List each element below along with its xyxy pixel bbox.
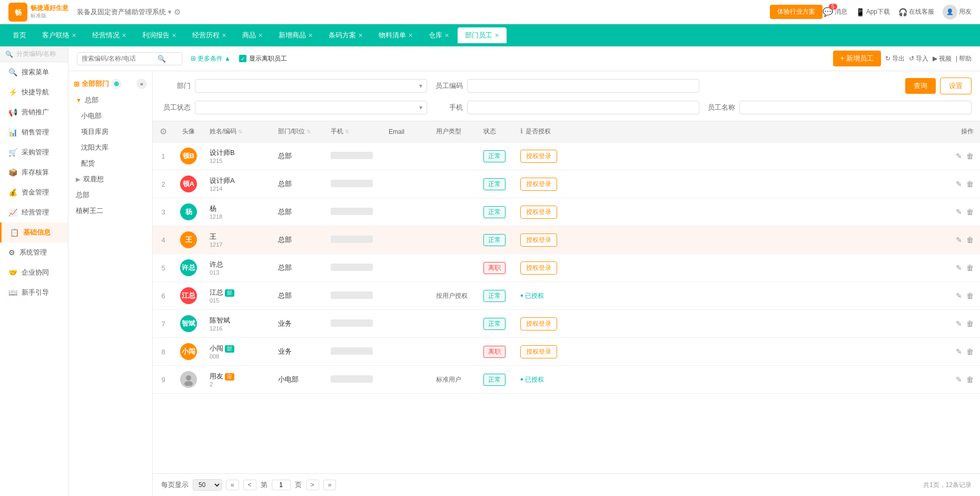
- sidebar-item-finance[interactable]: 💰 资金管理: [0, 182, 68, 202]
- dept-item-zhushu[interactable]: 植树王二: [68, 203, 152, 219]
- dept-item-xbd[interactable]: 小电部: [68, 108, 152, 124]
- tab-customer[interactable]: 客户联络 ✕: [35, 27, 84, 43]
- tab-dept-employee[interactable]: 部门员工 ✕: [458, 27, 507, 43]
- app-download-btn[interactable]: 📱 App下载: [856, 7, 890, 16]
- tab-history[interactable]: 经营历程 ✕: [185, 27, 234, 43]
- tab-bom[interactable]: 物料清单 ✕: [371, 27, 420, 43]
- auth-btn[interactable]: 授权登录: [520, 206, 557, 219]
- messages-btn[interactable]: 💬 5 消息: [823, 7, 847, 17]
- query-btn[interactable]: 查询: [905, 78, 936, 94]
- tab-home[interactable]: 首页: [5, 27, 34, 43]
- page-size-select[interactable]: 50 20 100: [193, 479, 222, 491]
- all-dept-label[interactable]: 全部部门: [82, 79, 109, 89]
- edit-icon[interactable]: ✎: [956, 319, 962, 328]
- tab-operation[interactable]: 经营情况 ✕: [85, 27, 134, 43]
- edit-icon[interactable]: ✎: [956, 264, 962, 272]
- tab-goods-close[interactable]: ✕: [258, 32, 263, 39]
- tab-profit[interactable]: 利润报告 ✕: [135, 27, 184, 43]
- search-icon[interactable]: 🔍: [157, 55, 166, 63]
- edit-icon[interactable]: ✎: [956, 347, 962, 356]
- sidebar-item-guide[interactable]: 📖 新手引导: [0, 283, 68, 303]
- dept-tree-header[interactable]: ⊞ 全部部门 ⊕ «: [68, 75, 152, 92]
- auth-btn[interactable]: 授权登录: [520, 234, 557, 247]
- sidebar-item-marketing[interactable]: 📢 营销推广: [0, 102, 68, 122]
- more-filter-btn[interactable]: ⊞ 更多条件 ▲: [186, 52, 235, 65]
- auth-btn[interactable]: 授权登录: [520, 178, 557, 191]
- sidebar-item-basicinfo[interactable]: 📋 基础信息: [0, 222, 68, 242]
- auth-btn[interactable]: 授权登录: [520, 317, 557, 330]
- dept-item-shenyang[interactable]: 沈阳大库: [68, 140, 152, 155]
- edit-icon[interactable]: ✎: [956, 208, 962, 216]
- settings-icon[interactable]: ⚙: [160, 127, 167, 136]
- th-phone-sort[interactable]: 手机 ⇅: [331, 127, 376, 136]
- last-page-btn[interactable]: »: [323, 480, 336, 490]
- add-employee-btn[interactable]: + 新增员工: [833, 51, 881, 66]
- sidebar-item-search[interactable]: 🔍 搜索菜单: [0, 62, 68, 82]
- delete-icon[interactable]: 🗑: [966, 291, 974, 300]
- th-dept-sort[interactable]: 部门/职位 ⇅: [278, 127, 318, 136]
- dept-item-shuanglu[interactable]: ▶ 双鹿想: [68, 171, 152, 187]
- auth-btn[interactable]: 授权登录: [520, 150, 557, 163]
- system-dropdown-icon[interactable]: ▾: [168, 8, 172, 16]
- tab-add-goods-close[interactable]: ✕: [308, 32, 313, 39]
- delete-icon[interactable]: 🗑: [966, 375, 974, 384]
- delete-icon[interactable]: 🗑: [966, 152, 974, 160]
- dept-item-delivery[interactable]: 配货: [68, 155, 152, 171]
- delete-icon[interactable]: 🗑: [966, 180, 974, 188]
- delete-icon[interactable]: 🗑: [966, 264, 974, 272]
- prev-page-btn[interactable]: <: [243, 480, 256, 490]
- export-btn[interactable]: ↻ 导出: [885, 54, 905, 63]
- tab-goods[interactable]: 商品 ✕: [235, 27, 270, 43]
- user-btn[interactable]: 👤 用友: [943, 5, 972, 20]
- dept-item-head[interactable]: ▼ 总部: [68, 92, 152, 108]
- tab-barcode-close[interactable]: ✕: [358, 32, 363, 39]
- edit-icon[interactable]: ✎: [956, 236, 962, 244]
- next-page-btn[interactable]: >: [306, 480, 319, 490]
- online-service-btn[interactable]: 🎧 在线客服: [898, 7, 934, 16]
- tab-add-goods[interactable]: 新增商品 ✕: [271, 27, 320, 43]
- sidebar-item-sysmanage[interactable]: ⚙ 系统管理: [0, 242, 68, 262]
- tab-history-close[interactable]: ✕: [222, 32, 226, 39]
- info-icon[interactable]: ℹ: [520, 127, 523, 135]
- delete-icon[interactable]: 🗑: [966, 208, 974, 216]
- th-name-sort[interactable]: 姓名/编码 ⇅: [210, 127, 265, 136]
- show-resigned-checkbox[interactable]: ✓: [239, 55, 246, 62]
- auth-btn[interactable]: 授权登录: [520, 345, 557, 358]
- tab-operation-close[interactable]: ✕: [122, 32, 126, 39]
- filter-empname-input[interactable]: [739, 101, 972, 114]
- filter-status-select[interactable]: ▾: [195, 101, 427, 114]
- sidebar-item-purchase[interactable]: 🛒 采购管理: [0, 142, 68, 162]
- delete-icon[interactable]: 🗑: [966, 236, 974, 244]
- edit-icon[interactable]: ✎: [956, 375, 962, 384]
- filter-phone-input[interactable]: [467, 101, 699, 114]
- page-input[interactable]: [272, 480, 291, 490]
- set-btn[interactable]: 设置: [940, 77, 972, 94]
- help-btn[interactable]: | 帮助: [956, 54, 972, 63]
- sidebar-item-bizmanage[interactable]: 📈 经营管理: [0, 202, 68, 222]
- sidebar-item-collab[interactable]: 🤝 企业协同: [0, 262, 68, 283]
- trial-btn[interactable]: 体验行业方案: [770, 5, 823, 19]
- dept-item-head2[interactable]: 总部: [68, 187, 152, 203]
- tab-dept-close[interactable]: ✕: [494, 32, 499, 39]
- tab-warehouse[interactable]: 仓库 ✕: [421, 27, 457, 43]
- tab-bom-close[interactable]: ✕: [408, 32, 413, 39]
- filter-dept-select[interactable]: ▾: [195, 79, 427, 93]
- view-btn[interactable]: ▶ 视频: [933, 54, 952, 63]
- edit-icon[interactable]: ✎: [956, 152, 962, 160]
- delete-icon[interactable]: 🗑: [966, 319, 974, 328]
- tab-warehouse-close[interactable]: ✕: [444, 32, 449, 39]
- delete-icon[interactable]: 🗑: [966, 347, 974, 356]
- sidebar-item-quicknav[interactable]: ⚡ 快捷导航: [0, 82, 68, 102]
- dept-item-project[interactable]: 项目库房: [68, 124, 152, 140]
- dept-collapse-btn[interactable]: «: [136, 79, 147, 89]
- search-input[interactable]: [82, 55, 155, 62]
- show-resigned-wrap[interactable]: ✓ 显示离职员工: [239, 54, 287, 63]
- sidebar-item-sales[interactable]: 📊 销售管理: [0, 122, 68, 142]
- edit-icon[interactable]: ✎: [956, 180, 962, 188]
- tab-barcode[interactable]: 条码方案 ✕: [321, 27, 370, 43]
- sidebar-item-inventory[interactable]: 📦 库存核算: [0, 162, 68, 182]
- first-page-btn[interactable]: «: [226, 480, 239, 490]
- settings-gear[interactable]: ⚙: [174, 7, 181, 17]
- import-btn[interactable]: ↺ 导入: [909, 54, 928, 63]
- tab-customer-close[interactable]: ✕: [72, 32, 76, 39]
